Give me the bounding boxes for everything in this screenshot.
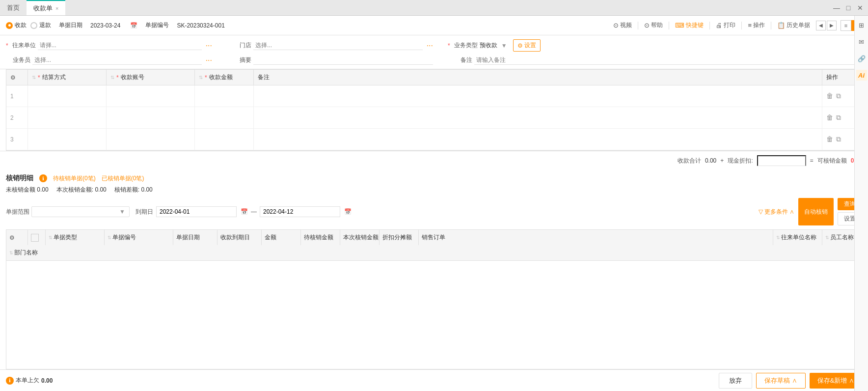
th-account: ⇅ * 收款账号	[107, 70, 195, 85]
current-verify-stat: 本次核销金额: 0.00	[56, 186, 107, 194]
row2-copy-icon[interactable]: ⧉	[836, 113, 841, 122]
prev-arrow[interactable]: ◀	[816, 21, 826, 30]
bill-type-sort[interactable]: ⇅	[49, 235, 53, 240]
vth-bill-date: 单据日期	[173, 230, 217, 245]
minimize-button[interactable]: —	[833, 4, 841, 12]
discount-input[interactable]	[757, 155, 806, 166]
row1-account[interactable]	[107, 85, 195, 107]
row2-settlement[interactable]	[28, 107, 107, 128]
account-req: *	[116, 74, 119, 81]
row1-settlement[interactable]	[28, 85, 107, 107]
right-sidebar: ⊞ ✉ 🔗 Ai	[854, 16, 868, 391]
refund-radio-label: 退款	[39, 21, 51, 29]
range-label: 单据范围	[6, 208, 29, 216]
row3-delete-icon[interactable]: 🗑	[826, 135, 833, 143]
due-date-start-cal-icon[interactable]: 📅	[241, 208, 248, 215]
tab-bar: 首页 收款单 × — □ ✕	[0, 0, 868, 16]
next-arrow[interactable]: ▶	[827, 21, 837, 30]
shortcut-button[interactable]: ⌨ 快捷键	[673, 20, 705, 30]
vth-gear: ⚙	[6, 230, 28, 245]
employee-name-sort[interactable]: ⇅	[825, 235, 829, 240]
close-button[interactable]: ✕	[856, 4, 864, 12]
dept-name-sort[interactable]: ⇅	[9, 251, 13, 255]
bottom-info-icon[interactable]: ℹ	[6, 377, 14, 385]
receipt-radio[interactable]: 收款	[6, 21, 27, 29]
settlement-sort[interactable]: ⇅	[32, 75, 36, 80]
row1-copy-icon[interactable]: ⧉	[836, 92, 841, 100]
amount-sort[interactable]: ⇅	[199, 75, 203, 80]
row3-copy-icon[interactable]: ⧉	[836, 135, 841, 143]
save-draft-button[interactable]: 保存草稿 ∧	[756, 373, 806, 389]
table-gear-icon[interactable]: ⚙	[10, 74, 16, 81]
counterpart-field: * 往来单位 ···	[6, 41, 212, 50]
verify-header-checkbox[interactable]	[31, 234, 39, 242]
bill-no-sort[interactable]: ⇅	[108, 235, 111, 240]
store-label: 门店	[227, 41, 251, 50]
divider-2	[669, 22, 669, 29]
row1-delete-icon[interactable]: 🗑	[826, 92, 833, 100]
settings-icon: ⚙	[517, 42, 523, 49]
row2-account[interactable]	[107, 107, 195, 128]
video-button[interactable]: ⊙ 视频	[611, 20, 634, 30]
row3-num: 3	[6, 129, 28, 150]
verify-info-icon[interactable]: ℹ	[39, 174, 47, 182]
due-date-start-input[interactable]	[156, 206, 237, 217]
pending-tab[interactable]: 待核销单据(0笔)	[53, 174, 96, 183]
sidebar-mail-icon[interactable]: ✉	[856, 36, 867, 47]
help-icon: ⊙	[644, 22, 650, 29]
row2-amount[interactable]	[195, 107, 254, 128]
abandon-button[interactable]: 放弃	[719, 373, 752, 389]
store-input[interactable]	[253, 41, 423, 50]
counterpart-req: *	[6, 42, 8, 49]
row2-remark[interactable]	[254, 107, 822, 128]
operation-button[interactable]: ≡ 操作	[746, 20, 767, 30]
bill-date-calendar-icon[interactable]: 📅	[130, 22, 137, 29]
print-icon: 🖨	[716, 22, 722, 29]
verify-gear-icon[interactable]: ⚙	[9, 234, 15, 241]
row3-amount[interactable]	[195, 129, 254, 150]
more-conditions-btn[interactable]: ▽ 更多条件 ∧	[759, 198, 794, 225]
range-select[interactable]: ▼	[31, 206, 130, 217]
auto-verify-button[interactable]: 自动核销	[798, 198, 834, 225]
row3-remark[interactable]	[254, 129, 822, 150]
completed-tab[interactable]: 已核销单据(0笔)	[102, 174, 144, 183]
bottom-bill-value: 0.00	[41, 377, 53, 384]
row1-remark[interactable]	[254, 85, 822, 107]
print-button[interactable]: 🖨 打印	[714, 20, 737, 30]
sidebar-ai-icon[interactable]: Ai	[856, 70, 867, 81]
form-settings-btn[interactable]: ⚙ ⚙ 设置 设置	[513, 39, 541, 52]
sidebar-table-icon[interactable]: ⊞	[856, 20, 867, 30]
row2-delete-icon[interactable]: 🗑	[826, 113, 833, 122]
list-view-btn[interactable]: ≡	[841, 20, 851, 31]
date-sep: —	[251, 208, 257, 215]
account-sort[interactable]: ⇅	[110, 75, 114, 80]
counterpart-more-btn[interactable]: ···	[206, 41, 212, 50]
th-gear: ⚙	[6, 70, 28, 85]
row3-settlement[interactable]	[28, 129, 107, 150]
row3-account[interactable]	[107, 129, 195, 150]
due-date-end-cal-icon[interactable]: 📅	[344, 208, 352, 215]
salesperson-more-btn[interactable]: ···	[206, 56, 212, 65]
salesperson-input[interactable]	[32, 56, 202, 65]
remark-input[interactable]	[474, 56, 862, 65]
row1-amount[interactable]	[195, 85, 254, 107]
counterpart-name-sort[interactable]: ⇅	[776, 235, 780, 240]
summary-input[interactable]	[253, 56, 433, 65]
vth-pending-amount: 待核销金额	[301, 230, 340, 245]
due-date-end-input[interactable]	[260, 206, 340, 217]
store-more-btn[interactable]: ···	[427, 41, 433, 50]
counterpart-input[interactable]	[38, 41, 202, 50]
business-type-arrow[interactable]: ▼	[501, 42, 507, 49]
current-verify-value: 0.00	[95, 186, 106, 193]
history-button[interactable]: 📋 历史单据	[775, 20, 812, 30]
vth-discount: 折扣分摊额	[380, 230, 419, 245]
maximize-button[interactable]: □	[844, 4, 852, 12]
refund-radio[interactable]: 退款	[30, 21, 51, 29]
tab-home[interactable]: 首页	[0, 0, 27, 15]
tab-receipt-close[interactable]: ×	[55, 5, 58, 11]
summary-row: 收款合计 0.00 + 现金折扣: = 可核销金额 0.00	[0, 151, 868, 170]
th-remark: 备注	[254, 70, 822, 85]
tab-receipt[interactable]: 收款单 ×	[27, 0, 65, 15]
sidebar-link-icon[interactable]: 🔗	[856, 53, 867, 64]
help-button[interactable]: ⊙ 帮助	[642, 20, 665, 30]
